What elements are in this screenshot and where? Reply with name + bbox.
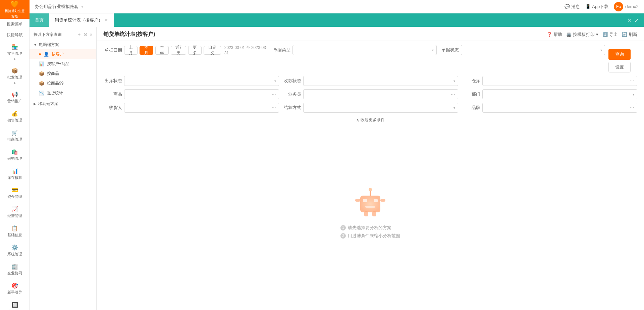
date-filter: 上月 本月 本年 近7天 更多 自定义 2023-03-01 至 2023-03… [124,45,268,55]
warehouse-label: 仓库 [462,78,480,84]
doc-status-select[interactable] [461,45,605,55]
active-dot [39,53,41,55]
message-btn[interactable]: 💬 消息 [565,4,580,10]
app-download-btn[interactable]: 📱 App下载 [585,4,608,10]
scheme-panel-header: 按以下方案查询 ＋ ⊙ « [30,30,96,40]
basic-icon: 📋 [11,225,18,231]
sidebar-item-purchase[interactable]: 🛍️ 采购管理 [0,145,30,164]
print-btn[interactable]: 🖨️ 按模板打印 ▾ [566,32,598,38]
action-buttons: 查询 设置 [608,45,637,72]
collapse-arrow: ∧ [356,118,359,122]
scheme-item-by-customer[interactable]: 👤 按客户 [30,49,96,59]
doc-type-select[interactable] [292,45,437,55]
refresh-btn[interactable]: 🔄 刷新 [622,32,637,38]
refresh-icon: 🔄 [622,32,627,37]
export-icon: ⬇️ [602,32,608,37]
sidebar-item-ecommerce[interactable]: 🛒 电商管理 [0,126,30,145]
scheme-group-mobile-title[interactable]: ▶ 移动端方案 [30,99,96,108]
goods-select[interactable]: ··· [124,89,279,99]
collapse-filter-btn[interactable]: ∧ 收起更多条件 [103,115,637,125]
settlement-select[interactable] [303,103,458,113]
tab-bar: 首页 销货单统计表（按客户） ✕ ✕ ⤢ [30,13,644,27]
tab-close-btn[interactable]: ✕ [105,18,108,22]
empty-illustration [350,180,390,221]
help-btn[interactable]: ❓ 帮助 [547,32,562,38]
warehouse-dots: ··· [630,78,634,84]
date-more-btn[interactable]: 更多 [188,46,202,55]
tip-text-2: 用过滤条件来缩小分析范围 [348,233,400,239]
export-btn[interactable]: ⬇️ 导出 [602,32,618,38]
enterprise-icon: 🏢 [11,263,18,270]
sidebar-item-inventory[interactable]: 📊 库存核算 [0,164,30,184]
breadcrumb: 办公用品行业模拟账套 [35,4,78,10]
out-status-select[interactable] [124,76,279,86]
sidebar-item-sales[interactable]: 💰 销售管理 [0,107,30,126]
brand-select[interactable]: ··· [482,103,637,113]
sidebar-item-enterprise[interactable]: 🏢 企业协同 [0,260,30,279]
quick-nav[interactable]: 快捷导航 [0,30,30,40]
tip-num-2: 2 [340,233,346,239]
home-tab-label: 首页 [35,17,44,23]
download-icon: 📱 [585,4,591,9]
sidebar-item-operation[interactable]: 📈 经营管理 [0,203,30,222]
filter-area: 单据日期 上月 本月 本年 近7天 更多 自定义 2023-03-01 至 20… [97,41,644,129]
sidebar-item-basic[interactable]: 📋 基础信息 [0,222,30,241]
sidebar-item-retail[interactable]: 🏪 零售管理 ▲ [0,40,30,64]
scheme-item-return-stats[interactable]: 📉 退货统计 [30,88,96,98]
empty-tip-1: 1 请先选择要分析的方案 [340,225,400,231]
sidebar-item-finance[interactable]: 💳 资金管理 [0,184,30,203]
by-customer-goods-label: 按客户+商品 [47,61,69,67]
date-this-month-btn[interactable]: 本月 [140,46,153,55]
retail-icon: 🏪 [11,44,18,50]
scheme-group-desktop-title[interactable]: ▼ 电脑端方案 [30,40,96,49]
sidebar-item-appstore[interactable]: 🔲 应用中心 [0,298,30,310]
logo-text: 畅捷通好生意 [5,9,25,13]
page-content: 按以下方案查询 ＋ ⊙ « ▼ 电脑端方案 👤 按客户 [30,27,644,310]
scheme-panel-actions: ＋ ⊙ « [77,32,92,38]
app-logo[interactable]: 🧡 畅捷通好生意 标版 [0,0,30,19]
edit-scheme-btn[interactable]: ⊙ [84,32,88,38]
date-last-7-btn[interactable]: 近7天 [171,46,186,55]
department-select[interactable] [482,89,637,99]
user-menu[interactable]: Ea demo2 [614,2,639,11]
sidebar-item-marketing[interactable]: 📢 营销推广 [0,88,30,107]
tab-home[interactable]: 首页 [30,13,49,27]
desktop-group-label: 电脑端方案 [39,42,59,48]
settings-button[interactable]: 设置 [608,62,631,72]
date-custom-btn[interactable]: 自定义 [204,46,221,55]
page-header: 销货单统计表(按客户) ❓ 帮助 🖨️ 按模板打印 ▾ ⬇️ 导出 [97,27,644,41]
out-status-chevron [274,79,276,83]
svg-rect-9 [372,211,376,216]
tip-num-1: 1 [340,225,346,230]
svg-point-5 [369,188,372,191]
warehouse-select[interactable]: ··· [482,76,637,86]
collapse-scheme-btn[interactable]: « [90,32,92,38]
receipt-status-select[interactable] [303,76,458,86]
tab-close-window-btn[interactable]: ✕ [627,17,632,23]
inventory-icon: 📊 [11,168,18,174]
tab-maximize-btn[interactable]: ⤢ [634,17,639,23]
user-name: demo2 [625,4,639,9]
department-chevron [633,92,634,97]
add-scheme-btn[interactable]: ＋ [77,32,82,38]
finance-icon: 💳 [11,187,18,193]
mobile-group-label: 移动端方案 [38,101,58,107]
sidebar-item-newbie[interactable]: 🎯 新手引导 [0,279,30,298]
scheme-item-by-customer-goods[interactable]: 📊 按客户+商品 [30,59,96,69]
receiver-select[interactable]: ··· [124,103,279,113]
appstore-icon: 🔲 [11,302,18,308]
scheme-item-by-goods[interactable]: 📦 按商品 [30,69,96,79]
sidebar-item-system[interactable]: ⚙️ 系统管理 [0,241,30,260]
search-menu[interactable]: 搜索菜单 [0,19,30,30]
date-this-year-btn[interactable]: 本年 [155,46,169,55]
by-goods99-icon: 📦 [39,81,44,86]
sidebar-item-wholesale[interactable]: 📦 批发管理 ▲ [0,64,30,88]
date-last-month-btn[interactable]: 上月 [124,46,138,55]
scheme-group-desktop: ▼ 电脑端方案 👤 按客户 📊 按客户+商品 📦 按商品 📦 [30,40,96,99]
salesman-select[interactable]: ··· [303,89,458,99]
scheme-item-by-goods99[interactable]: 📦 按商品99 [30,79,96,88]
query-button[interactable]: 查询 [608,49,631,60]
svg-rect-0 [360,196,380,212]
tab-sales-report[interactable]: 销货单统计表（按客户） ✕ [49,13,114,27]
svg-rect-3 [365,206,375,208]
